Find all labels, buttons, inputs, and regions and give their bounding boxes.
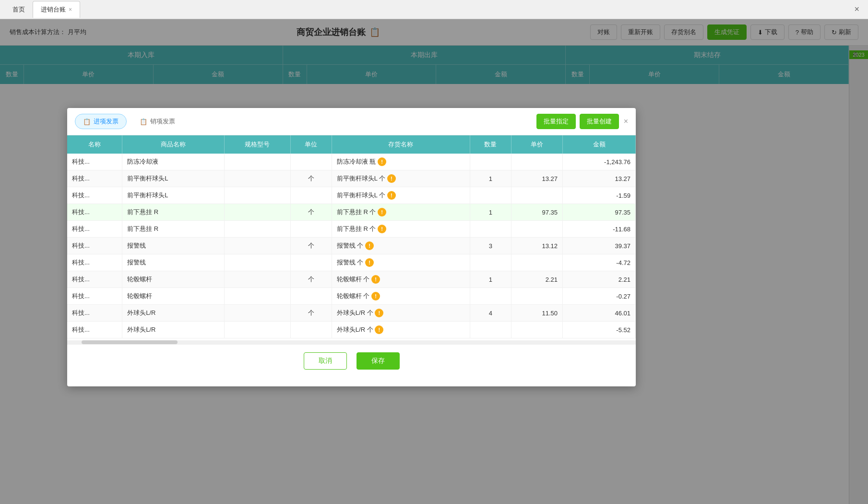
table-cell bbox=[224, 170, 290, 187]
tab-close-icon[interactable]: × bbox=[69, 6, 72, 13]
window-close-button[interactable]: × bbox=[850, 2, 863, 16]
th-product: 商品名称 bbox=[122, 135, 225, 154]
table-cell: 轮毂螺杆 bbox=[122, 288, 225, 305]
scrollbar-thumb[interactable] bbox=[82, 340, 178, 344]
table-cell bbox=[470, 187, 511, 204]
table-cell: 报警线 个 ! bbox=[332, 254, 470, 271]
table-cell: 前下悬挂 R bbox=[122, 204, 225, 221]
th-amount: 金额 bbox=[563, 135, 636, 154]
table-cell: 科技... bbox=[67, 254, 122, 271]
table-cell bbox=[224, 204, 290, 221]
th-spec: 规格型号 bbox=[224, 135, 290, 154]
table-cell: 97.35 bbox=[511, 204, 562, 221]
table-cell: 1 bbox=[470, 170, 511, 187]
table-row: 科技...报警线个报警线 个 !313.1239.37 bbox=[67, 238, 636, 254]
warning-icon: ! bbox=[378, 157, 386, 166]
warning-icon: ! bbox=[378, 225, 386, 233]
warning-icon: ! bbox=[371, 292, 380, 300]
table-cell bbox=[290, 221, 332, 238]
table-cell: 轮毂螺杆 bbox=[122, 271, 225, 288]
table-cell: 防冻冷却液 瓶 ! bbox=[332, 154, 470, 170]
th-qty: 数量 bbox=[470, 135, 511, 154]
table-cell: 39.37 bbox=[563, 238, 636, 254]
invoice-table: 名称 商品名称 规格型号 单位 存货名称 数量 单价 金额 科技...防冻冷却液… bbox=[67, 135, 636, 338]
table-cell bbox=[511, 221, 562, 238]
modal-close-button[interactable]: × bbox=[624, 117, 628, 126]
warning-icon: ! bbox=[365, 258, 374, 267]
table-row: 科技...前平衡杆球头L个前平衡杆球头L 个 !113.2713.27 bbox=[67, 170, 636, 187]
modal-footer: 取消 保存 bbox=[67, 344, 636, 377]
horizontal-scrollbar[interactable] bbox=[67, 340, 636, 344]
table-cell: 46.01 bbox=[563, 305, 636, 322]
table-cell: 3 bbox=[470, 238, 511, 254]
warning-icon: ! bbox=[365, 241, 374, 250]
table-row: 科技...前下悬挂 R前下悬挂 R 个 !-11.68 bbox=[67, 221, 636, 238]
table-cell bbox=[290, 154, 332, 170]
table-cell bbox=[224, 305, 290, 322]
table-cell: 前平衡杆球头L 个 ! bbox=[332, 170, 470, 187]
th-stock: 存货名称 bbox=[332, 135, 470, 154]
th-price: 单价 bbox=[511, 135, 562, 154]
table-cell bbox=[511, 288, 562, 305]
table-cell: 前下悬挂 R 个 ! bbox=[332, 204, 470, 221]
modal-header: 📋 进项发票 📋 销项发票 批量指定 批量创建 × bbox=[67, 108, 636, 135]
table-cell bbox=[511, 154, 562, 170]
modal-actions: 批量指定 批量创建 bbox=[536, 114, 619, 129]
table-cell: 个 bbox=[290, 271, 332, 288]
batch-assign-button[interactable]: 批量指定 bbox=[536, 114, 576, 129]
batch-create-button[interactable]: 批量创建 bbox=[580, 114, 619, 129]
save-button[interactable]: 保存 bbox=[357, 352, 400, 370]
table-cell: 13.27 bbox=[563, 170, 636, 187]
cancel-button[interactable]: 取消 bbox=[304, 352, 347, 370]
table-cell: 外球头L/R 个 ! bbox=[332, 305, 470, 322]
table-cell: 1 bbox=[470, 204, 511, 221]
table-cell: 13.27 bbox=[511, 170, 562, 187]
table-cell: 外球头L/R bbox=[122, 305, 225, 322]
table-cell bbox=[290, 322, 332, 338]
table-cell: 前下悬挂 R bbox=[122, 221, 225, 238]
table-cell: 1 bbox=[470, 271, 511, 288]
table-cell: -4.72 bbox=[563, 254, 636, 271]
table-row: 科技...轮毂螺杆个轮毂螺杆 个 !12.212.21 bbox=[67, 271, 636, 288]
warning-icon: ! bbox=[371, 275, 380, 284]
table-cell: 轮毂螺杆 个 ! bbox=[332, 271, 470, 288]
table-cell bbox=[470, 288, 511, 305]
warning-icon: ! bbox=[378, 208, 386, 216]
table-cell: 科技... bbox=[67, 238, 122, 254]
table-cell: 科技... bbox=[67, 170, 122, 187]
main-content: 销售成本计算方法： 月平均 商贸企业进销台账 📋 对账 重新开账 存货别名 生成… bbox=[0, 19, 868, 504]
table-cell: -5.52 bbox=[563, 322, 636, 338]
table-cell: 前下悬挂 R 个 ! bbox=[332, 221, 470, 238]
inbound-invoice-icon: 📋 bbox=[83, 118, 91, 125]
table-cell bbox=[470, 322, 511, 338]
table-cell: 前平衡杆球头L bbox=[122, 170, 225, 187]
tab-inbound-invoice[interactable]: 📋 进项发票 bbox=[75, 114, 127, 129]
table-cell: -0.27 bbox=[563, 288, 636, 305]
table-cell: -1.59 bbox=[563, 187, 636, 204]
table-cell bbox=[290, 254, 332, 271]
tab-active[interactable]: 进销台账 × bbox=[33, 1, 80, 18]
table-cell bbox=[470, 221, 511, 238]
outbound-invoice-icon: 📋 bbox=[140, 118, 147, 125]
table-row: 科技...前平衡杆球头L前平衡杆球头L 个 !-1.59 bbox=[67, 187, 636, 204]
table-cell bbox=[290, 288, 332, 305]
outbound-invoice-label: 销项发票 bbox=[150, 117, 175, 126]
table-cell bbox=[224, 238, 290, 254]
table-cell: 个 bbox=[290, 204, 332, 221]
modal-table-wrap: 名称 商品名称 规格型号 单位 存货名称 数量 单价 金额 科技...防冻冷却液… bbox=[67, 135, 636, 338]
table-cell: 科技... bbox=[67, 154, 122, 170]
tab-home[interactable]: 首页 bbox=[5, 1, 33, 18]
table-cell bbox=[224, 221, 290, 238]
inbound-invoice-label: 进项发票 bbox=[94, 117, 119, 126]
table-cell bbox=[511, 254, 562, 271]
table-cell: -1,243.76 bbox=[563, 154, 636, 170]
table-cell: 报警线 bbox=[122, 238, 225, 254]
th-unit: 单位 bbox=[290, 135, 332, 154]
table-cell: 科技... bbox=[67, 187, 122, 204]
tab-outbound-invoice[interactable]: 📋 销项发票 bbox=[131, 114, 183, 129]
table-row: 科技...防冻冷却液防冻冷却液 瓶 !-1,243.76 bbox=[67, 154, 636, 170]
table-row: 科技...外球头L/R个外球头L/R 个 !411.5046.01 bbox=[67, 305, 636, 322]
table-row: 科技...报警线报警线 个 !-4.72 bbox=[67, 254, 636, 271]
table-cell: -11.68 bbox=[563, 221, 636, 238]
table-cell bbox=[224, 187, 290, 204]
